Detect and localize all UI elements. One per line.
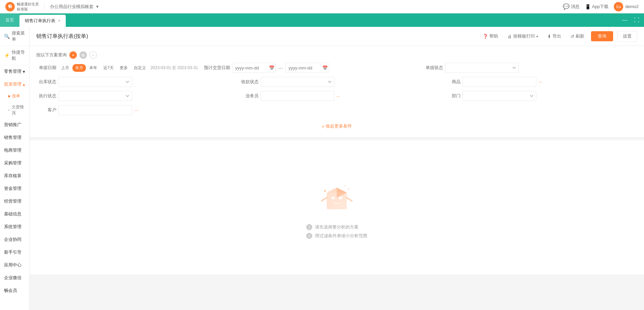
user-avatar-text: Ea: [616, 5, 621, 9]
salesperson-input[interactable]: [261, 91, 334, 101]
sidebar-item-basic[interactable]: 基础信息: [0, 208, 29, 220]
out-status-select[interactable]: [58, 77, 132, 87]
refresh-btn[interactable]: ↺ 刷新: [568, 32, 587, 41]
filter-date-group: 单据日期 上月 本月 本年 近7天 更多 自定义 2023-03-01 至 20…: [36, 64, 198, 72]
message-action[interactable]: 💬 消息: [563, 3, 580, 10]
date-quick-btns: 上月 本月 本年 近7天 更多 自定义: [58, 64, 149, 72]
filter-row-4: 客户 ···: [36, 105, 637, 115]
sidebar-item-apps[interactable]: 应用中心: [0, 259, 29, 271]
sidebar-quick-nav[interactable]: ⚡ 快捷导航: [0, 46, 29, 65]
add-plan-btn[interactable]: +: [69, 51, 77, 59]
help-icon: ❓: [483, 34, 488, 39]
goods-input[interactable]: [463, 77, 536, 87]
sidebar-item-enterprise[interactable]: 企业协同: [0, 233, 29, 246]
sidebar-item-wholesale[interactable]: 批发管理 ▴: [0, 78, 29, 91]
tab-maximize-btn[interactable]: ⛶: [632, 15, 641, 25]
sidebar-sub-press-order[interactable]: 按单: [0, 91, 29, 102]
nav-tabs-right: — ⛶: [620, 15, 641, 25]
logo-icon: 畅: [5, 2, 15, 11]
minimize-icon: —: [622, 17, 627, 23]
print-btn[interactable]: 🖨 按模板打印 ▾: [505, 32, 541, 41]
tab-home[interactable]: 首页: [0, 13, 19, 27]
sidebar-item-ecommerce[interactable]: 电商管理: [0, 144, 29, 157]
phone-icon: 📱: [585, 4, 591, 9]
collapse-more-btn[interactable]: « 收起更多条件: [36, 120, 637, 132]
tab-close-icon[interactable]: ×: [58, 18, 60, 23]
date-current-year-btn[interactable]: 本年: [87, 64, 100, 72]
sidebar-item-operations[interactable]: 经营管理: [0, 195, 29, 208]
calendar-end-icon[interactable]: 📅: [322, 65, 328, 70]
customer-input[interactable]: [58, 105, 132, 115]
doc-status-group: 单据状态: [423, 63, 637, 73]
doc-status-label: 单据状态: [423, 65, 443, 71]
date-current-month-btn[interactable]: 本月: [72, 64, 86, 72]
refresh-icon: ↺: [571, 34, 574, 39]
export-btn[interactable]: ⬇ 导出: [545, 32, 564, 41]
out-status-label: 出库状态: [36, 79, 56, 85]
sidebar-item-newbie[interactable]: 新手引导: [0, 246, 29, 259]
sidebar-item-wechat[interactable]: 企业微信: [0, 271, 29, 284]
empty-tip-1: 1 请先选择要分析的方案: [306, 224, 367, 230]
export-icon: ⬇: [547, 34, 551, 39]
add-plan-icon: +: [72, 52, 74, 58]
maximize-icon: ⛶: [634, 17, 639, 23]
collapse-plan-btn[interactable]: «: [90, 51, 97, 59]
user-avatar: Ea: [614, 2, 623, 11]
date-prev-month-btn[interactable]: 上月: [58, 64, 72, 72]
settings-button[interactable]: 设置: [617, 31, 637, 42]
filter-row-1: 单据日期 上月 本月 本年 近7天 更多 自定义 2023-03-01 至 20…: [36, 63, 637, 73]
date-more-btn[interactable]: 更多: [117, 64, 130, 72]
tip2-num: 2: [306, 233, 312, 239]
receipt-status-label: 收款状态: [238, 79, 259, 85]
sidebar-search[interactable]: 🔍 搜索菜单: [0, 27, 29, 46]
customer-group: 客户 ···: [36, 105, 138, 115]
dept-select[interactable]: [463, 91, 536, 101]
help-label: 帮助: [489, 33, 498, 39]
sidebar-item-sales[interactable]: 销售管理: [0, 131, 29, 144]
sidebar-item-finance[interactable]: 资金管理: [0, 182, 29, 195]
filter-date-label: 单据日期: [36, 65, 56, 71]
user-area[interactable]: Ea demo2: [614, 2, 639, 11]
top-divider: [44, 3, 45, 10]
sidebar-item-system[interactable]: 系统管理: [0, 220, 29, 233]
top-menu[interactable]: 办公用品行业模拟账套 ▾: [50, 4, 99, 10]
expected-date-label: 预计交货日期: [203, 65, 230, 71]
sidebar-item-purchase[interactable]: 采购管理: [0, 157, 29, 169]
expected-date-group: 预计交货日期 📅 — 📅: [203, 63, 418, 73]
customer-ellipsis-icon[interactable]: ···: [134, 107, 138, 113]
date-range-text: 2023-03-01 至 2023-03-31: [151, 65, 198, 71]
doc-status-select[interactable]: [445, 63, 519, 73]
nav-tabs: 首页 销售订单执行表 × — ⛶: [0, 13, 644, 27]
tab-minimize-btn[interactable]: —: [620, 15, 629, 25]
page-header: 销售订单执行表(按单) ❓ 帮助 🖨 按模板打印 ▾ ⬇ 导出 ↺ 刷新: [30, 27, 644, 46]
salesperson-ellipsis-icon[interactable]: ···: [336, 93, 340, 99]
sidebar-item-inventory[interactable]: 库存核算: [0, 169, 29, 182]
sidebar-wholesale-label: 批发管理: [4, 81, 21, 87]
calendar-start-icon[interactable]: 📅: [269, 65, 274, 70]
copy-plan-btn[interactable]: ⊕: [79, 51, 87, 59]
sidebar-item-retail[interactable]: 零售管理 ▾: [0, 65, 29, 78]
sidebar-item-member[interactable]: 畅会员: [0, 284, 29, 297]
sidebar-sub-arrears[interactable]: 欠货情况: [0, 102, 29, 118]
exec-status-select[interactable]: [58, 91, 132, 101]
date-custom-btn[interactable]: 自定义: [131, 64, 149, 72]
filter-header: 按以下方案查询 + ⊕ «: [36, 51, 637, 59]
filter-header-text: 按以下方案查询: [36, 52, 67, 58]
sidebar-finance-label: 资金管理: [4, 186, 21, 192]
dept-label: 部门: [440, 93, 461, 99]
app-download-action[interactable]: 📱 App下载: [585, 4, 608, 10]
sidebar-item-marketing[interactable]: 营销推广: [0, 118, 29, 131]
goods-ellipsis-icon[interactable]: ···: [538, 79, 542, 85]
sidebar-sub-arrears-label: 欠货情况: [12, 104, 25, 116]
sidebar-operations-label: 经营管理: [4, 198, 21, 204]
page-title: 销售订单执行表(按单): [36, 33, 88, 40]
svg-line-6: [347, 198, 352, 201]
logo-line1: 畅捷通好生意: [17, 2, 39, 6]
tab-active[interactable]: 销售订单执行表 ×: [19, 15, 66, 27]
help-btn[interactable]: ❓ 帮助: [480, 32, 501, 41]
query-button[interactable]: 查询: [591, 31, 613, 41]
top-bar-left: 畅 畅捷通好生意 标准版 办公用品行业模拟账套 ▾: [5, 2, 99, 11]
receipt-status-select[interactable]: [261, 77, 334, 87]
page-actions: ❓ 帮助 🖨 按模板打印 ▾ ⬇ 导出 ↺ 刷新 查询 设置: [480, 31, 637, 42]
date-last7-btn[interactable]: 近7天: [101, 64, 116, 72]
